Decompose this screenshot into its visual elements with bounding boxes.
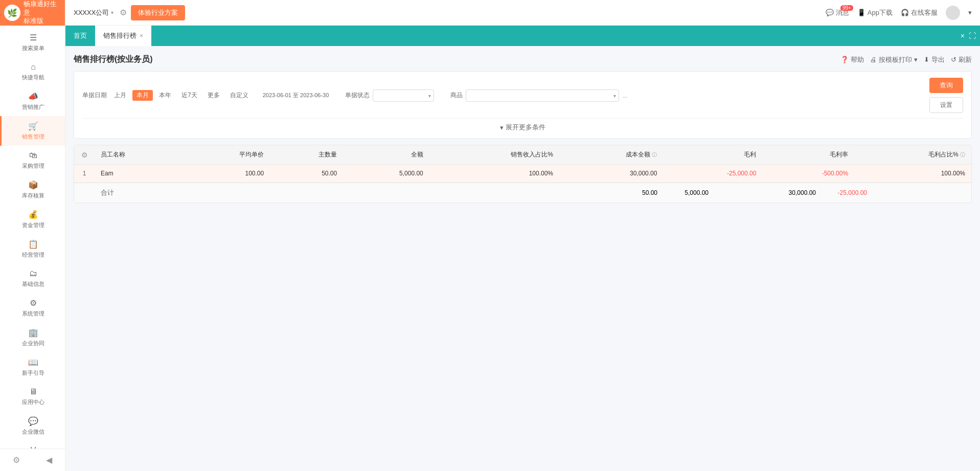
table-header-row: ⚙ 员工名称 平均单价 主数量 全额 销售收入占比% 成本全额 ⓘ 毛利 毛利率… bbox=[74, 145, 971, 165]
filter-more-btn[interactable]: ... bbox=[622, 92, 627, 99]
sidebar-item-enterprise[interactable]: 🏢企业协同 bbox=[0, 323, 65, 352]
print-dropdown-icon: ▾ bbox=[914, 56, 918, 63]
sidebar-item-finance[interactable]: 💰资金管理 bbox=[0, 205, 65, 234]
sidebar-item-quick-nav[interactable]: ⌂快捷导航 bbox=[0, 57, 65, 86]
app-download-btn[interactable]: 📱 App下载 bbox=[857, 8, 893, 17]
row-cost: 30,000.00 bbox=[559, 165, 663, 183]
refresh-btn[interactable]: ↺ 刷新 bbox=[951, 55, 972, 64]
print-btn[interactable]: 🖨 按模板打印 ▾ bbox=[870, 55, 918, 64]
sidebar-icon-marketing: 📣 bbox=[28, 92, 38, 101]
expand-label: 展开更多条件 bbox=[506, 123, 545, 132]
col-gross: 毛利 bbox=[663, 145, 762, 165]
sidebar-label-base-info: 基础信息 bbox=[22, 280, 44, 288]
query-btn[interactable]: 查询 bbox=[929, 78, 963, 93]
trial-btn[interactable]: 体验行业方案 bbox=[131, 5, 185, 20]
help-btn[interactable]: ❓ 帮助 bbox=[840, 55, 864, 64]
sidebar-item-apps[interactable]: 🖥应用中心 bbox=[0, 382, 65, 411]
date-option-this-month[interactable]: 本月 bbox=[132, 90, 153, 101]
goods-filter-label: 商品 bbox=[450, 91, 463, 100]
status-select[interactable] bbox=[373, 89, 434, 102]
sidebar-icon-inventory: 📦 bbox=[28, 180, 38, 190]
date-option-this-year[interactable]: 本年 bbox=[155, 90, 175, 101]
sidebar-settings-icon[interactable]: ⚙ bbox=[11, 453, 22, 467]
sidebar-label-operations: 经营管理 bbox=[22, 251, 44, 259]
sidebar-icon-finance: 💰 bbox=[28, 210, 38, 219]
sidebar: 🌿 畅康通好生意 标准版 ☰搜索菜单⌂快捷导航📣营销推广🛒销售管理🛍采购管理📦库… bbox=[0, 0, 65, 471]
filter-settings-btn[interactable]: 设置 bbox=[929, 97, 963, 113]
sidebar-label-apps: 应用中心 bbox=[22, 398, 44, 406]
topbar: XXXXX公司 ▾ ⚙ 体验行业方案 💬 消息 99+ 📱 App下载 🎧 在线… bbox=[65, 0, 980, 26]
sidebar-item-sales[interactable]: 🛒销售管理 bbox=[0, 116, 65, 146]
sidebar-item-inventory[interactable]: 📦库存核算 bbox=[0, 175, 65, 205]
date-option-7days[interactable]: 近7天 bbox=[177, 90, 201, 101]
gross-pct-info-icon[interactable]: ⓘ bbox=[960, 152, 965, 158]
footer-amount: 5,000.00 bbox=[664, 189, 715, 196]
sidebar-icon-base-info: 🗂 bbox=[29, 269, 37, 278]
sidebar-icon-wechat: 💬 bbox=[28, 416, 38, 426]
table-footer: 合计 50.00 5,000.00 30,000.00 -25,000.00 bbox=[74, 183, 971, 203]
main-content: XXXXX公司 ▾ ⚙ 体验行业方案 💬 消息 99+ 📱 App下载 🎧 在线… bbox=[65, 0, 980, 471]
sidebar-icon-system: ⚙ bbox=[30, 298, 37, 308]
topbar-gear-icon[interactable]: ⚙ bbox=[120, 8, 127, 17]
sidebar-item-marketing[interactable]: 📣营销推广 bbox=[0, 86, 65, 116]
filter-row-1: 单据日期 上月 本月 本年 近7天 更多 自定义 2023-06-01 至 20… bbox=[82, 78, 963, 113]
date-option-last-month[interactable]: 上月 bbox=[110, 90, 130, 101]
export-btn[interactable]: ⬇ 导出 bbox=[924, 55, 945, 64]
col-sales-pct: 销售收入占比% bbox=[429, 145, 559, 165]
goods-filter-group: 商品 ... bbox=[450, 89, 627, 102]
tabbar-maximize-icon[interactable]: ⛶ bbox=[969, 32, 976, 40]
sidebar-item-wechat[interactable]: 💬企业微信 bbox=[0, 411, 65, 441]
app-download-icon: 📱 bbox=[857, 9, 865, 16]
sidebar-label-marketing: 营销推广 bbox=[22, 103, 44, 111]
col-avg-price: 平均单价 bbox=[183, 145, 270, 165]
print-icon: 🖨 bbox=[870, 56, 877, 63]
row-gross-rate: -500.00% bbox=[762, 165, 854, 183]
date-option-custom[interactable]: 自定义 bbox=[226, 90, 253, 101]
sidebar-label-sales: 销售管理 bbox=[22, 133, 44, 141]
date-option-more[interactable]: 更多 bbox=[203, 90, 224, 101]
sidebar-item-base-info[interactable]: 🗂基础信息 bbox=[0, 264, 65, 293]
status-filter-label: 单据状态 bbox=[345, 91, 370, 100]
tabbar-close-icon[interactable]: × bbox=[961, 32, 965, 40]
page-content: 销售排行榜(按业务员) ❓ 帮助 🖨 按模板打印 ▾ ⬇ 导出 ↺ 刷新 bbox=[65, 46, 980, 471]
cost-info-icon[interactable]: ⓘ bbox=[652, 152, 657, 158]
message-icon: 💬 bbox=[826, 9, 834, 16]
company-dropdown-icon: ▾ bbox=[111, 10, 113, 15]
sidebar-icon-sales: 🛒 bbox=[28, 121, 38, 131]
tab-home[interactable]: 首页 bbox=[65, 26, 95, 46]
date-options: 上月 本月 本年 近7天 更多 自定义 bbox=[110, 90, 253, 101]
sidebar-label-enterprise: 企业协同 bbox=[22, 340, 44, 347]
refresh-icon: ↺ bbox=[951, 56, 956, 63]
tab-close-icon[interactable]: × bbox=[140, 32, 143, 39]
message-btn[interactable]: 💬 消息 99+ bbox=[826, 8, 849, 17]
col-settings[interactable]: ⚙ bbox=[74, 145, 95, 165]
sidebar-bottom: ⚙ ◀ bbox=[0, 448, 65, 471]
sidebar-collapse-icon[interactable]: ◀ bbox=[44, 453, 54, 467]
footer-cost: 30,000.00 bbox=[771, 189, 822, 196]
goods-input[interactable] bbox=[466, 89, 619, 102]
sidebar-label-quick-nav: 快捷导航 bbox=[22, 74, 44, 81]
settings-icon[interactable]: ⚙ bbox=[81, 151, 88, 159]
table-row: 1 Eam 100.00 50.00 5,000.00 100.00% 30,0… bbox=[74, 165, 971, 183]
row-rank: 1 bbox=[74, 165, 95, 183]
help-icon: ❓ bbox=[840, 56, 849, 63]
sidebar-item-operations[interactable]: 📋经营管理 bbox=[0, 234, 65, 264]
sidebar-item-purchase[interactable]: 🛍采购管理 bbox=[0, 146, 65, 175]
user-name[interactable]: ▾ bbox=[968, 9, 972, 16]
page-title: 销售排行榜(按业务员) bbox=[74, 54, 153, 65]
online-support-label: 在线客服 bbox=[911, 8, 938, 17]
sidebar-item-system[interactable]: ⚙系统管理 bbox=[0, 293, 65, 323]
sidebar-icon-operations: 📋 bbox=[28, 239, 38, 249]
expand-more-btn[interactable]: ▾ 展开更多条件 bbox=[82, 118, 963, 132]
expand-icon: ▾ bbox=[500, 124, 504, 131]
online-support-btn[interactable]: 🎧 在线客服 bbox=[901, 8, 938, 17]
sidebar-label-inventory: 库存核算 bbox=[22, 192, 44, 199]
company-selector[interactable]: XXXXX公司 ▾ bbox=[74, 8, 113, 17]
tab-sales-ranking[interactable]: 销售排行榜 × bbox=[95, 26, 151, 46]
sidebar-item-guide[interactable]: 📖新手引导 bbox=[0, 352, 65, 382]
sidebar-item-member[interactable]: V畅会员 bbox=[0, 441, 65, 448]
status-filter-group: 单据状态 bbox=[345, 89, 434, 102]
user-avatar[interactable] bbox=[946, 6, 960, 20]
sidebar-item-search[interactable]: ☰搜索菜单 bbox=[0, 28, 65, 57]
page-header: 销售排行榜(按业务员) ❓ 帮助 🖨 按模板打印 ▾ ⬇ 导出 ↺ 刷新 bbox=[74, 54, 972, 65]
